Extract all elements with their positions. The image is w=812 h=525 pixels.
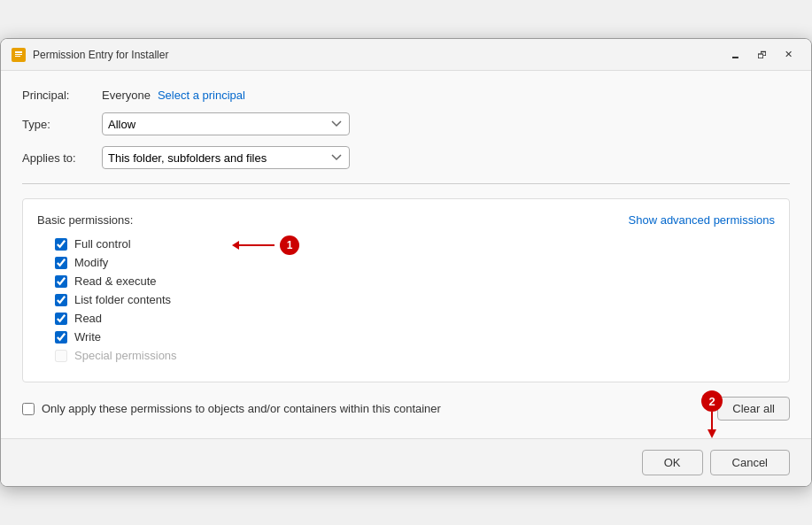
permission-read-row: Read <box>55 312 775 325</box>
modify-label: Modify <box>74 256 108 269</box>
annotation-2-arrow <box>703 412 721 438</box>
close-button[interactable]: ✕ <box>776 45 800 65</box>
permission-read-execute-row: Read & execute <box>55 274 775 288</box>
ok-button[interactable]: OK <box>642 450 703 475</box>
type-dropdown[interactable]: Allow Deny <box>102 112 350 135</box>
permissions-title: Basic permissions: <box>37 213 133 227</box>
write-label: Write <box>74 330 101 344</box>
cancel-button[interactable]: Cancel <box>710 450 790 475</box>
svg-marker-7 <box>708 429 716 438</box>
applies-to-label: Applies to: <box>22 151 102 165</box>
principal-label: Principal: <box>22 89 102 102</box>
read-execute-label: Read & execute <box>74 274 157 288</box>
window-content: Principal: Everyone Select a principal T… <box>1 71 811 438</box>
list-folder-label: List folder contents <box>74 293 171 306</box>
select-principal-link[interactable]: Select a principal <box>158 89 245 102</box>
badge-2: 2 <box>701 390 723 412</box>
show-advanced-link[interactable]: Show advanced permissions <box>629 213 775 227</box>
only-apply-checkbox[interactable] <box>22 403 35 415</box>
badge-1: 1 <box>280 235 299 255</box>
minimize-button[interactable]: 🗕 <box>723 45 747 65</box>
read-checkbox[interactable] <box>55 313 67 325</box>
clear-all-button[interactable]: Clear all <box>717 397 790 421</box>
permission-list-folder-row: List folder contents <box>55 293 775 306</box>
permission-special-row: Special permissions <box>55 349 775 362</box>
window-controls: 🗕 🗗 ✕ <box>723 45 800 65</box>
window-title: Permission Entry for Installer <box>33 49 723 61</box>
annotation-1-arrow <box>232 236 276 254</box>
annotation-2: 2 <box>701 390 723 438</box>
permission-entry-dialog: Permission Entry for Installer 🗕 🗗 ✕ Pri… <box>0 38 812 487</box>
type-row: Type: Allow Deny <box>22 112 790 135</box>
svg-rect-2 <box>15 54 22 55</box>
special-label: Special permissions <box>74 349 177 362</box>
permissions-section: Basic permissions: Show advanced permiss… <box>22 198 790 382</box>
list-folder-checkbox[interactable] <box>55 294 67 306</box>
svg-rect-1 <box>15 51 22 53</box>
applies-to-row: Applies to: This folder, subfolders and … <box>22 146 790 169</box>
principal-row: Principal: Everyone Select a principal <box>22 89 790 102</box>
section-divider <box>22 183 790 184</box>
read-execute-checkbox[interactable] <box>55 275 67 288</box>
dialog-footer: 2 OK Cancel <box>1 438 811 486</box>
fullcontrol-checkbox[interactable] <box>55 238 67 251</box>
title-bar: Permission Entry for Installer 🗕 🗗 ✕ <box>1 39 811 71</box>
svg-marker-5 <box>232 241 239 250</box>
svg-rect-3 <box>15 56 20 57</box>
permission-write-row: Write <box>55 330 775 344</box>
permission-modify-row: Modify <box>55 256 775 269</box>
special-checkbox[interactable] <box>55 350 67 362</box>
write-checkbox[interactable] <box>55 331 67 344</box>
bottom-row: Only apply these permissions to objects … <box>22 397 790 421</box>
permission-fullcontrol-row: Full control 1 <box>55 237 775 251</box>
maximize-button[interactable]: 🗗 <box>749 45 774 65</box>
read-label: Read <box>74 312 102 325</box>
only-apply-label: Only apply these permissions to objects … <box>42 402 441 415</box>
principal-value: Everyone <box>102 89 151 102</box>
permissions-header: Basic permissions: Show advanced permiss… <box>37 213 775 227</box>
fullcontrol-label: Full control <box>74 237 131 251</box>
modify-checkbox[interactable] <box>55 257 67 269</box>
window-icon <box>12 48 26 62</box>
permissions-body: Full control 1 Modify <box>37 237 775 362</box>
type-label: Type: <box>22 118 102 131</box>
only-apply-row: Only apply these permissions to objects … <box>22 402 441 415</box>
annotation-1: 1 <box>232 235 299 255</box>
applies-to-dropdown[interactable]: This folder, subfolders and files This f… <box>102 146 350 169</box>
